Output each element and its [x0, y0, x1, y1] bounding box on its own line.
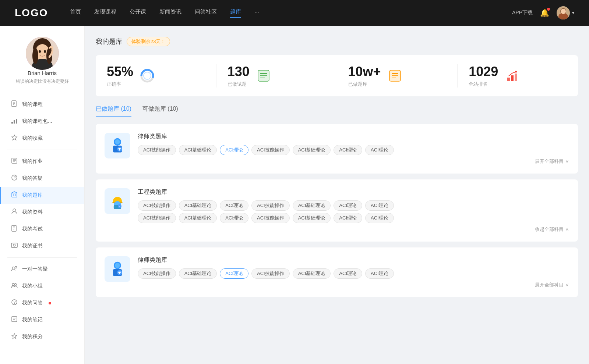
divider-1 — [7, 150, 77, 150]
page-title: 我的题库 — [96, 37, 122, 46]
nav-qa[interactable]: 问答社区 — [195, 8, 217, 18]
eng-tag2-6[interactable]: ACI理论 — [365, 213, 394, 223]
eng-tag2-3[interactable]: ACI技能操作 — [251, 213, 290, 223]
svg-rect-60 — [507, 78, 510, 81]
sidebar-item-course-package[interactable]: 我的课程包... — [0, 113, 84, 130]
chart-icon — [11, 117, 18, 125]
stats-bar: 55% 正确率 130 已做试题 — [96, 55, 578, 96]
svg-rect-13 — [12, 101, 16, 107]
eng-tag2-0[interactable]: ACI技能操作 — [138, 213, 176, 223]
svg-point-75 — [115, 263, 120, 268]
sidebar-item-qa[interactable]: ? 我的答疑 — [0, 170, 84, 187]
sidebar-item-question-bank[interactable]: 我的题库 — [0, 187, 84, 204]
svg-point-40 — [14, 283, 17, 286]
lawyer2-tag-4[interactable]: ACI基础理论 — [293, 268, 331, 279]
user-avatar-menu[interactable]: ▾ — [557, 6, 574, 19]
svg-rect-61 — [511, 75, 514, 81]
stat-done-banks: 10w+ 已做题库 — [337, 64, 447, 88]
tab-done-banks[interactable]: 已做题库 (10) — [96, 105, 131, 117]
document-icon — [11, 100, 18, 108]
bank-content-engineer: 工程类题库 ACI技能操作 ACI基础理论 ACI理论 ACI技能操作 ACI基… — [138, 188, 569, 233]
tag-0[interactable]: ACI技能操作 — [138, 145, 176, 155]
sidebar-label-favorites: 我的收藏 — [22, 135, 43, 142]
sidebar-item-questions[interactable]: ? 我的问答 — [0, 295, 84, 311]
eng-tag-6[interactable]: ACI理论 — [365, 200, 394, 211]
svg-rect-35 — [11, 243, 17, 247]
main-layout: Brian Harris 错误的决定比没有决定要好 我的课程 我的课程包... — [0, 26, 589, 364]
sidebar-item-certificate[interactable]: 我的证书 — [0, 238, 84, 254]
bank-card-header-engineer: ✓ 工程类题库 ACI技能操作 ACI基础理论 ACI理论 ACI技能操作 AC… — [105, 188, 569, 233]
sidebar-label-questions: 我的问答 — [22, 300, 43, 306]
lawyer2-tag-6[interactable]: ACI理论 — [365, 268, 394, 279]
tags-row-lawyer-2: ACI技能操作 ACI基础理论 ACI理论 ACI技能操作 ACI基础理论 AC… — [138, 268, 569, 279]
eng-tag-0[interactable]: ACI技能操作 — [138, 200, 176, 211]
expand-button-1[interactable]: 展开全部科目 ∨ — [138, 158, 569, 165]
sidebar-item-my-data[interactable]: 我的资料 — [0, 204, 84, 221]
nav-home[interactable]: 首页 — [70, 8, 81, 18]
sidebar-item-homework[interactable]: 我的作业 — [0, 153, 84, 170]
stat-done-questions-label: 已做试题 — [228, 81, 250, 88]
svg-point-63 — [515, 71, 517, 73]
eng-tag2-2[interactable]: ACI理论 — [220, 213, 248, 223]
main-nav: 首页 发现课程 公开课 新闻资讯 问答社区 题库 ··· — [70, 8, 512, 18]
eng-tag-3[interactable]: ACI技能操作 — [251, 200, 290, 211]
lawyer2-tag-0[interactable]: ACI技能操作 — [138, 268, 176, 279]
bank-card-lawyer-1: 律师类题库 ACI技能操作 ACI基础理论 ACI理论 ACI技能操作 ACI基… — [96, 124, 578, 174]
bank-icon — [11, 191, 18, 199]
svg-point-36 — [13, 244, 15, 246]
bank-card-header-lawyer-2: 律师类题库 ACI技能操作 ACI基础理论 ACI理论 ACI技能操作 ACI基… — [105, 256, 569, 288]
sidebar-item-tutoring[interactable]: 一对一答疑 — [0, 261, 84, 278]
done-questions-icon — [255, 68, 272, 84]
bank-card-lawyer-2: 律师类题库 ACI技能操作 ACI基础理论 ACI理论 ACI技能操作 ACI基… — [96, 247, 578, 297]
tags-row-engineer-2: ACI技能操作 ACI基础理论 ACI理论 ACI技能操作 ACI基础理论 AC… — [138, 213, 569, 223]
tag-6[interactable]: ACI理论 — [365, 145, 394, 155]
eng-tag-2[interactable]: ACI理论 — [220, 200, 248, 211]
lawyer2-tag-1[interactable]: ACI基础理论 — [179, 268, 217, 279]
sidebar-label-groups: 我的小组 — [22, 283, 43, 289]
tag-4[interactable]: ACI基础理论 — [293, 145, 331, 155]
main-header: LOGO 首页 发现课程 公开课 新闻资讯 问答社区 题库 ··· APP下载 … — [0, 0, 589, 26]
stat-rank-label: 全站排名 — [469, 81, 498, 88]
lawyer2-tag-2-active[interactable]: ACI理论 — [220, 268, 248, 279]
sidebar-item-my-courses[interactable]: 我的课程 — [0, 96, 84, 113]
homework-icon — [11, 157, 18, 165]
tag-1[interactable]: ACI基础理论 — [179, 145, 217, 155]
profile-name: Brian Harris — [28, 70, 57, 76]
sidebar-item-groups[interactable]: 我的小组 — [0, 278, 84, 295]
bank-content-lawyer-2: 律师类题库 ACI技能操作 ACI基础理论 ACI理论 ACI技能操作 ACI基… — [138, 256, 569, 288]
svg-point-30 — [13, 209, 16, 212]
lawyer2-tag-5[interactable]: ACI理论 — [334, 268, 362, 279]
collapse-button[interactable]: 收起全部科目 ∧ — [138, 226, 569, 233]
eng-tag-5[interactable]: ACI理论 — [334, 200, 362, 211]
main-content: 我的题库 体验剩余23天！ 55% 正确率 — [85, 26, 589, 364]
nav-question-bank[interactable]: 题库 — [230, 8, 241, 18]
sidebar-menu: 我的课程 我的课程包... 我的收藏 我的作业 — [0, 96, 84, 345]
eng-tag-1[interactable]: ACI基础理论 — [179, 200, 217, 211]
nav-news[interactable]: 新闻资讯 — [159, 8, 181, 18]
tag-5[interactable]: ACI理论 — [334, 145, 362, 155]
stat-accuracy-value: 55% — [107, 64, 133, 79]
nav-more[interactable]: ··· — [254, 8, 259, 18]
nav-open-course[interactable]: 公开课 — [130, 8, 146, 18]
eng-tag2-1[interactable]: ACI基础理论 — [179, 213, 217, 223]
tag-3[interactable]: ACI技能操作 — [251, 145, 290, 155]
tab-available-banks[interactable]: 可做题库 (10) — [142, 105, 178, 117]
svg-point-39 — [12, 283, 14, 286]
sidebar-item-points[interactable]: 我的积分 — [0, 328, 84, 345]
eng-tag2-4[interactable]: ACI基础理论 — [293, 213, 331, 223]
exam-icon — [11, 225, 18, 233]
sidebar-label-tutoring: 一对一答疑 — [22, 266, 48, 272]
bank-content-lawyer-1: 律师类题库 ACI技能操作 ACI基础理论 ACI理论 ACI技能操作 ACI基… — [138, 133, 569, 165]
app-download-button[interactable]: APP下载 — [512, 10, 533, 16]
eng-tag-4[interactable]: ACI基础理论 — [293, 200, 331, 211]
bank-icon-engineer: ✓ — [105, 188, 130, 214]
expand-button-3[interactable]: 展开全部科目 ∨ — [138, 282, 569, 288]
sidebar-item-exam[interactable]: 我的考试 — [0, 221, 84, 238]
sidebar-item-notes[interactable]: 我的笔记 — [0, 311, 84, 328]
nav-courses[interactable]: 发现课程 — [94, 8, 116, 18]
sidebar-item-favorites[interactable]: 我的收藏 — [0, 130, 84, 147]
lawyer2-tag-3[interactable]: ACI技能操作 — [251, 268, 290, 279]
notification-bell[interactable]: 🔔 — [540, 8, 549, 17]
tag-2-active[interactable]: ACI理论 — [220, 145, 248, 155]
eng-tag2-5[interactable]: ACI理论 — [334, 213, 362, 223]
